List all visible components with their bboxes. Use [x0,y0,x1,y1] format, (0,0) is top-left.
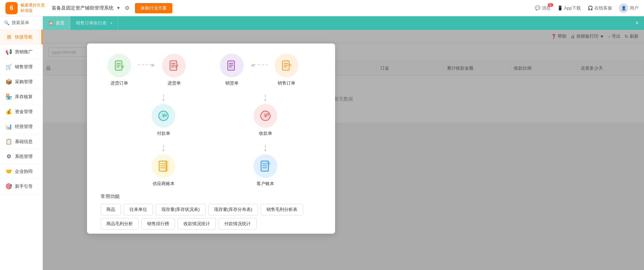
flow-row-3: ▼ 供应商账本 [101,145,321,187]
dropdown-icon[interactable]: ▼ [116,5,121,11]
flow-node-sales-bill[interactable]: 销货单 [220,54,244,86]
func-btn-销售毛利分析表[interactable]: 销售毛利分析表 [261,204,303,215]
sidebar-icon-quick-nav: ⊞ [5,34,12,40]
receipt-icon: ¥ [254,104,277,128]
common-functions: 常用功能 商品往来单位现存量(库存状况表)现存量(库存分布表)销售毛利分析表商品… [101,194,321,230]
flow-node-receipt[interactable]: ¥ 收款单 [254,104,277,137]
payment-label: 付款单 [157,130,170,137]
sidebar-item-corp[interactable]: 🤝企业协同 [0,164,42,179]
customer-ledger-col: ▼ 客户账本 [254,145,277,187]
search-menu[interactable]: 🔍 搜索菜单 [0,16,42,30]
tab-home[interactable]: 🏠 首页 [43,16,70,30]
flow-node-purchase-order[interactable]: 进货订单 [107,54,131,86]
search-icon: 🔍 [4,20,10,25]
svg-rect-31 [165,161,168,172]
flow-node-sales-order[interactable]: 销售订单 [275,54,298,86]
func-btn-现存量(库存分布表)[interactable]: 现存量(库存分布表) [208,204,258,215]
flow-node-supplier-ledger[interactable]: 供应商账本 [152,154,175,187]
supplier-ledger-icon [152,154,175,178]
quick-nav-modal: 进货订单 ▶ [87,43,335,234]
func-btn-往来单位[interactable]: 往来单位 [124,204,153,215]
message-icon: 💬 [535,5,540,11]
purchase-bill-icon [162,54,186,77]
sidebar-icon-sales: 🛒 [5,64,12,70]
flow-row-2: ▼ ¥ 付款单 [101,94,321,137]
spacer-3 [175,145,254,187]
online-service-item[interactable]: 🎧 在线客服 [588,5,612,11]
func-btn-商品[interactable]: 商品 [101,204,121,215]
sidebar-label-purchase: 采购管理 [15,79,33,85]
sidebar-icon-marketing: 📢 [5,49,12,55]
purchase-order-icon [107,54,131,77]
message-icon-item[interactable]: 💬 消息 5 [535,5,551,11]
sidebar-item-purchase[interactable]: 📦采购管理 [0,74,42,89]
sidebar-item-quick-nav[interactable]: ⊞快捷导航 [0,30,42,44]
payment-icon: ¥ [152,104,175,128]
receipt-col: ▼ ¥ 收款单 [254,94,277,137]
func-btn-现存量(库存状况表)[interactable]: 现存量(库存状况表) [156,204,206,215]
gear-icon[interactable]: ⚙ [125,5,129,11]
arrow-left-1: ◀ [250,62,268,68]
sidebar-item-operation[interactable]: 📊经营管理 [0,119,42,134]
trial-button[interactable]: 体验行业方案 [135,3,172,13]
flow-node-purchase-bill[interactable]: 进货单 [162,54,186,86]
modal-overlay: 进货订单 ▶ [43,30,644,270]
sidebar-label-sales: 销售管理 [15,64,33,70]
logo-text: 畅康通好生意 标准版 [20,3,45,13]
tab-bar-close-icon[interactable]: × [630,20,644,26]
sidebar-icon-finance: 💰 [5,108,12,115]
sidebar-item-basic-info[interactable]: 📋基础信息 [0,134,42,149]
sidebar-item-newbie[interactable]: 🎯新手引导 [0,179,42,194]
sidebar-label-quick-nav: 快捷导航 [15,34,33,40]
common-funcs-title: 常用功能 [101,194,321,200]
receipt-label: 收款单 [259,130,272,137]
tab-close-icon[interactable]: × [110,21,112,25]
sales-bill-label: 销货单 [225,80,239,86]
message-badge: 5 [548,3,553,7]
sidebar-label-corp: 企业协同 [15,168,33,175]
sidebar-icon-inventory: 🏪 [5,93,12,100]
sales-order-icon [275,54,298,77]
home-icon: 🏠 [48,21,54,26]
sidebar-icon-basic-info: 📋 [5,138,12,145]
sidebar-item-finance[interactable]: 💰资金管理 [0,104,42,119]
sidebar-item-marketing[interactable]: 📢营销推广 [0,44,42,59]
spacer-2 [175,94,254,137]
logo-area: 6 畅康通好生意 标准版 [5,2,45,14]
service-icon: 🎧 [588,5,593,11]
supplier-ledger-col: ▼ 供应商账本 [152,145,175,187]
customer-ledger-label: 客户账本 [257,181,274,187]
sidebar: 🔍 搜索菜单 ⊞快捷导航📢营销推广🛒销售管理📦采购管理🏪库存核算💰资金管理📊经营… [0,16,43,270]
sidebar-label-newbie: 新手引导 [15,183,33,190]
sidebar-icon-corp: 🤝 [5,168,12,175]
func-btn-收款情况统计[interactable]: 收款情况统计 [178,218,216,230]
avatar: 👤 [619,3,628,13]
sidebar-label-basic-info: 基础信息 [15,139,33,145]
sidebar-label-operation: 经营管理 [15,124,33,130]
sidebar-label-inventory: 库存核算 [15,94,33,100]
svg-point-37 [267,162,271,165]
tab-sales-order[interactable]: 销售订单执行表 × [70,16,118,30]
customer-ledger-icon [254,154,277,178]
tab-bar: 🏠 首页 销售订单执行表 × × [43,16,644,30]
download-icon: 📱 [557,5,563,11]
flow-node-payment[interactable]: ¥ 付款单 [152,104,175,137]
sidebar-icon-system: ⚙ [5,153,12,160]
func-btn-付款情况统计[interactable]: 付款情况统计 [219,218,257,230]
flow-node-customer-ledger[interactable]: 客户账本 [254,154,277,187]
logo-icon: 6 [5,2,18,14]
sidebar-icon-operation: 📊 [5,123,12,130]
sidebar-item-sales[interactable]: 🛒销售管理 [0,59,42,74]
user-item[interactable]: 👤 用户 [619,3,639,13]
arrow-right-1: ▶ [138,62,155,68]
tab-content: ❓ 帮助 🖨 按模板打印 ▼ ↑ 导出 ↻ 刷新 [43,30,644,270]
app-download-item[interactable]: 📱 App下载 [557,5,581,11]
func-btn-销售排行榜[interactable]: 销售排行榜 [141,218,175,230]
sidebar-item-system[interactable]: ⚙系统管理 [0,149,42,164]
supplier-ledger-label: 供应商账本 [153,181,175,187]
sidebar-icon-newbie: 🎯 [5,183,12,190]
sidebar-label-system: 系统管理 [15,154,33,160]
func-btn-商品毛利分析[interactable]: 商品毛利分析 [101,218,139,230]
sidebar-item-inventory[interactable]: 🏪库存核算 [0,89,42,104]
purchase-bill-label: 进货单 [168,80,181,86]
